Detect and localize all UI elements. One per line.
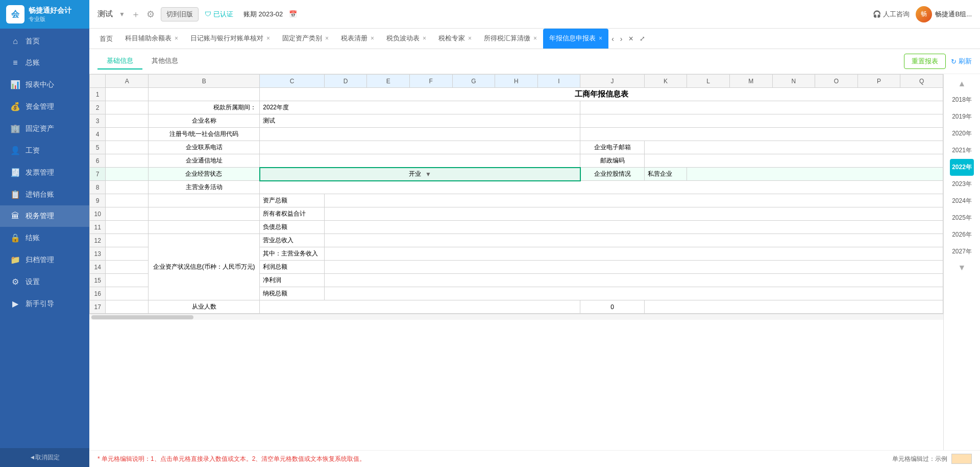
tab-nav-right[interactable]: › [617,35,626,43]
year-item-2023年[interactable]: 2023年 [950,176,974,193]
topbar-service-button[interactable]: 🎧 人工咨询 [873,10,910,19]
year-item-2024年[interactable]: 2024年 [950,193,974,209]
year-item-2026年[interactable]: 2026年 [950,226,974,243]
cell-11-D[interactable] [324,221,943,234]
scroll-thumb[interactable] [91,315,193,319]
tab-fixed-category[interactable]: 固定资产类别× [276,29,335,49]
tab-close-journal-bank[interactable]: × [266,35,270,42]
cell-12-A[interactable] [106,234,149,247]
cell-5-A[interactable] [106,141,149,154]
tab-nav-left[interactable]: ‹ [608,35,617,43]
year-item-2020年[interactable]: 2020年 [950,125,974,142]
year-item-2025年[interactable]: 2025年 [950,209,974,226]
year-item-2027年[interactable]: 2027年 [950,243,974,260]
tab-journal-bank[interactable]: 日记账与银行对账单核对× [184,29,276,49]
cell-17-K[interactable] [644,300,943,314]
cell-1-A[interactable] [106,88,149,101]
tab-expand-button[interactable]: ⤢ [636,35,648,42]
tab-tax-list[interactable]: 税表清册× [335,29,380,49]
sidebar-item-ledger[interactable]: ≡总账 [0,52,89,74]
sidebar-item-settings[interactable]: ⚙设置 [0,271,89,293]
tab-close-tax-wave[interactable]: × [423,35,426,42]
tab-tax-expert[interactable]: 税检专家× [432,29,478,49]
cell-5-C[interactable] [260,141,580,154]
cell-1-B[interactable] [148,88,259,101]
sidebar-item-archive[interactable]: 📁归档管理 [0,249,89,271]
sidebar-item-tax[interactable]: 🏛税务管理 [0,205,89,227]
spreadsheet-container[interactable]: A B C D E F G H I J K L [89,74,943,450]
cell-12-D[interactable] [324,234,943,247]
cell-5-K[interactable] [644,141,943,154]
topbar-add-button[interactable]: ＋ [131,8,140,20]
tab-aux-balance[interactable]: 科目辅助余额表× [119,29,184,49]
tab-close-fixed-category[interactable]: × [325,35,329,42]
year-item-2019年[interactable]: 2019年 [950,108,974,125]
dropdown-arrow-icon[interactable]: ▼ [425,171,431,178]
tab-tax-wave[interactable]: 税负波动表× [380,29,432,49]
sidebar-item-close[interactable]: 🔒结账 [0,227,89,249]
tab-close-aux-balance[interactable]: × [175,35,178,42]
sidebar-item-assets[interactable]: 🏢固定资产 [0,118,89,139]
cell-6-A[interactable] [106,154,149,168]
cell-10-A[interactable] [106,207,149,221]
cell-2-A[interactable] [106,101,149,114]
cell-11-B[interactable] [148,221,259,234]
cell-3-A[interactable] [106,114,149,128]
tab-close-tax-expert[interactable]: × [468,35,472,42]
calendar-icon[interactable]: 📅 [289,10,297,18]
sidebar-item-report[interactable]: 📊报表中心 [0,74,89,96]
cell-4-J[interactable] [580,128,943,141]
sidebar-item-funds[interactable]: 💰资金管理 [0,96,89,118]
year-nav-up[interactable]: ▲ [944,76,980,91]
sidebar-item-inout[interactable]: 📋进销台账 [0,183,89,205]
sidebar-item-invoice[interactable]: 🧾发票管理 [0,161,89,183]
cell-7-A[interactable] [106,168,149,181]
cell-15-D[interactable] [324,274,943,287]
tab-close-income-tax[interactable]: × [533,35,537,42]
cell-10-B[interactable] [148,207,259,221]
cell-11-A[interactable] [106,221,149,234]
sidebar-item-newguide[interactable]: ▶新手引导 [0,293,89,315]
cell-4-A[interactable] [106,128,149,141]
cell-16-A[interactable] [106,287,149,300]
reset-button[interactable]: 重置报表 [904,54,946,69]
cell-13-D[interactable] [324,247,943,261]
topbar-settings-button[interactable]: ⚙ [146,9,155,20]
cell-14-D[interactable] [324,261,943,274]
cell-15-A[interactable] [106,274,149,287]
cell-7-K[interactable]: 私营企业 [644,168,687,181]
cell-6-C[interactable] [260,154,580,168]
year-item-2018年[interactable]: 2018年 [950,91,974,108]
year-item-2022年[interactable]: 2022年 [950,159,974,176]
cell-17-A[interactable] [106,300,149,314]
cell-16-D[interactable] [324,287,943,300]
year-nav-down[interactable]: ▼ [944,260,980,275]
tab-close-tax-list[interactable]: × [371,35,374,42]
cell-9-B[interactable] [148,194,259,207]
cell-9-D[interactable] [324,194,943,207]
tab-close-all-button[interactable]: × [625,34,636,43]
cell-2-J[interactable] [580,101,943,114]
cell-17-C[interactable] [260,300,580,314]
sidebar-item-salary[interactable]: 👤工资 [0,139,89,161]
cell-6-K[interactable] [644,154,943,168]
cell-13-A[interactable] [106,247,149,261]
form-tab-basic[interactable]: 基础信息 [97,53,142,69]
cell-2-C[interactable]: 2022年度 [260,101,580,114]
topbar-old-version-button[interactable]: 切到旧版 [161,7,199,21]
tab-home[interactable]: 首页 [93,34,119,43]
topbar-dropdown-icon[interactable]: ▼ [119,11,125,18]
tab-income-tax[interactable]: 所得税汇算清缴× [478,29,543,49]
tab-annual-report[interactable]: 年报信息申报表× [543,29,608,49]
cell-14-A[interactable] [106,261,149,274]
sidebar-item-home[interactable]: ⌂首页 [0,31,89,52]
horizontal-scrollbar[interactable] [89,314,943,320]
cell-10-D[interactable] [324,207,943,221]
cell-8-A[interactable] [106,181,149,194]
cell-4-C[interactable] [260,128,580,141]
tab-close-annual-report[interactable]: × [599,35,602,42]
refresh-button[interactable]: ↻ 刷新 [951,57,972,66]
cell-7-L[interactable] [687,168,943,181]
sidebar-collapse-button[interactable]: ◄取消固定 [0,448,89,467]
cell-9-A[interactable] [106,194,149,207]
